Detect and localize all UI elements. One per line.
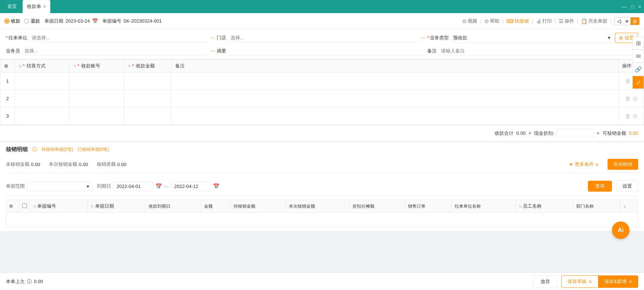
calendar-from-icon[interactable]: 📅: [156, 183, 162, 189]
biz-type-select[interactable]: 预收款 ▾: [451, 33, 613, 43]
radio-collect[interactable]: 收款: [4, 18, 20, 24]
discount-input[interactable]: [557, 129, 594, 137]
pending-tab[interactable]: 待核销单据(0笔): [42, 146, 73, 153]
staff-label: 业务员: [6, 48, 20, 54]
collect-table: ⚙ ⇅ * 结算方式 ⇅ * 收款账号 ⇅ * 收款: [0, 59, 644, 125]
verify-info-icon[interactable]: ⓘ: [32, 146, 37, 153]
save-new-button[interactable]: 保存&新增 ∧: [598, 275, 638, 288]
view-card-btn[interactable]: ⊞: [631, 17, 639, 25]
remark-field: 备注: [427, 47, 638, 55]
chevron-down-icon: ▾: [608, 35, 610, 40]
filter-icon: ▼: [569, 162, 573, 167]
calendar-icon[interactable]: 📅: [92, 18, 98, 24]
row-settle-2[interactable]: [15, 90, 70, 107]
collect-total-value: 0.00: [517, 130, 526, 136]
footer-bill-info: 本单上欠 ⓘ 0.00: [6, 278, 43, 285]
summary-input[interactable]: [228, 47, 428, 55]
sidebar-email-icon[interactable]: ✉: [632, 50, 644, 63]
video-btn[interactable]: ⊙ 视频: [462, 18, 477, 24]
ai-badge[interactable]: Ai: [612, 222, 629, 239]
row-remark-2[interactable]: [172, 90, 619, 107]
store-input[interactable]: [228, 34, 417, 42]
date-from-input[interactable]: [113, 182, 153, 191]
partner-input[interactable]: [30, 34, 207, 42]
tab-active[interactable]: 收款单 ×: [23, 0, 50, 13]
done-tab[interactable]: 已核销单据(0笔): [78, 146, 109, 153]
bottom-th-pending: 本次核销金额: [286, 200, 350, 213]
bottom-th-no: ⇅ 单据日期: [88, 200, 145, 213]
row-amount-1[interactable]: [124, 72, 172, 90]
copy-row-2-icon[interactable]: ⧉: [633, 95, 637, 102]
minimize-icon[interactable]: —: [622, 4, 627, 9]
row-account-3[interactable]: [70, 107, 124, 125]
form-row-2: 业务员 ··· 摘要 备注: [6, 47, 638, 55]
bottom-th-gear[interactable]: ⚙: [6, 200, 19, 213]
discard-button[interactable]: 放弃: [533, 275, 558, 288]
store-more-icon[interactable]: ···: [420, 35, 427, 41]
th-amount: ⇅ * 收款金额: [124, 60, 172, 72]
shortcut-btn[interactable]: ⌨ 快捷键: [506, 18, 529, 24]
footer-info-icon[interactable]: ⓘ: [27, 278, 32, 285]
close-icon[interactable]: ×: [638, 4, 641, 9]
more-conditions-btn[interactable]: ▼ 更多条件 ∧: [569, 161, 599, 168]
radio-refund[interactable]: 退款: [24, 18, 40, 24]
calendar-to-icon[interactable]: 📅: [213, 183, 219, 189]
row-account-1[interactable]: [70, 72, 124, 90]
radio-collect-label: 收款: [11, 18, 20, 24]
unverified-label: 未核销金额: [6, 161, 30, 168]
row-remark-3[interactable]: [172, 107, 619, 125]
right-sidebar: ⊞ ✉ 🔗 ⤢: [632, 36, 644, 89]
row-amount-3[interactable]: [124, 107, 172, 125]
toolbar-no-field: 单据编号 SK-20230324-001: [102, 18, 162, 24]
th-settings[interactable]: ⚙: [0, 60, 15, 72]
bottom-th-check[interactable]: [19, 200, 30, 213]
footer-label: 本单上欠: [6, 278, 25, 285]
maximize-icon[interactable]: □: [631, 4, 634, 9]
range-dropdown[interactable]: ▾: [27, 182, 93, 191]
select-all-checkbox[interactable]: [22, 203, 27, 208]
staff-input[interactable]: [22, 47, 207, 55]
staff-more-icon[interactable]: ···: [209, 48, 216, 54]
toolbar: 收款 退款 单据日期 2023-03-24 📅 单据编号 SK-20230324…: [0, 13, 644, 29]
copy-row-3-icon[interactable]: ⧉: [633, 113, 637, 119]
save-draft-button[interactable]: 保存草稿 ∧: [561, 275, 598, 288]
tab-home[interactable]: 首页: [3, 0, 21, 13]
delete-row-2-icon[interactable]: 🗑: [625, 95, 631, 102]
row-account-2[interactable]: [70, 90, 124, 107]
tab-close-icon[interactable]: ×: [43, 4, 46, 9]
form-row-1: *往来单位 ··· 门店 ··· *业务类型 预收款 ▾ ⚙: [6, 33, 638, 43]
bottom-th-amount: 待核销金额: [230, 200, 286, 213]
view-list-btn[interactable]: ◁: [615, 17, 623, 25]
sidebar-screenshot-icon[interactable]: ⤢: [632, 76, 644, 89]
row-settle-1[interactable]: [15, 72, 70, 90]
auto-verify-btn[interactable]: 自动核销: [608, 159, 638, 170]
view-grid-btn[interactable]: ≡: [623, 17, 631, 25]
partner-more-icon[interactable]: ···: [209, 35, 216, 41]
row-amount-2[interactable]: [124, 90, 172, 107]
table-row: 3 🗑 ⧉: [0, 107, 644, 125]
delete-row-3-icon[interactable]: 🗑: [625, 113, 631, 119]
th-remark: 备注: [172, 60, 619, 72]
filter-settings-btn[interactable]: 设置: [616, 180, 638, 192]
collect-total-label: 收款合计: [495, 130, 514, 137]
footer-value: 0.00: [34, 279, 43, 284]
query-btn[interactable]: 查询: [588, 181, 612, 192]
operation-btn[interactable]: ☰ 操作: [559, 18, 574, 24]
sidebar-table-icon[interactable]: ⊞: [632, 36, 644, 50]
help-btn[interactable]: ⊙ 帮助: [484, 18, 499, 24]
row-remark-1[interactable]: [172, 72, 619, 90]
form-area: *往来单位 ··· 门店 ··· *业务类型 预收款 ▾ ⚙: [0, 29, 644, 59]
date-to-input[interactable]: [171, 182, 211, 191]
table-row: 2 🗑 ⧉: [0, 90, 644, 107]
date-value[interactable]: 2023-03-24: [66, 18, 90, 24]
verify-title: 核销明细: [6, 146, 28, 153]
print-btn[interactable]: 🖨 打印: [536, 18, 552, 24]
row-settle-3[interactable]: [15, 107, 70, 125]
remark-input[interactable]: [439, 47, 638, 55]
sidebar-attachment-icon[interactable]: 🔗: [632, 63, 644, 76]
biz-type-label: *业务类型: [427, 35, 449, 41]
delete-row-1-icon[interactable]: 🗑: [625, 78, 631, 85]
history-btn[interactable]: 📋 历史单据: [581, 18, 607, 24]
diff-label: 核销差额: [97, 161, 116, 168]
history-label: 历史单据: [588, 18, 607, 24]
